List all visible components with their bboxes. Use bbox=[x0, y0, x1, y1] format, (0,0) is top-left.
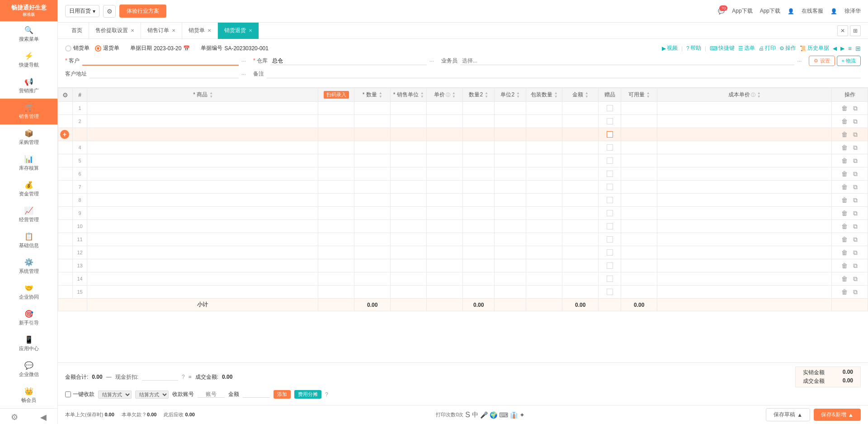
sidebar-item-inventory[interactable]: 📊 库存核算 bbox=[0, 150, 57, 176]
row-gift-cell[interactable] bbox=[599, 102, 621, 115]
breadcrumb-select[interactable]: 日用百货 ▾ bbox=[65, 5, 99, 17]
setting-button[interactable]: ⚙ 设置 bbox=[809, 56, 835, 66]
tab-sales-order[interactable]: 销售订单 ✕ bbox=[141, 23, 182, 39]
delete-row-btn[interactable]: 🗑 bbox=[840, 104, 849, 113]
tab-price-extract-close[interactable]: ✕ bbox=[131, 28, 134, 33]
tab-sales-order-close[interactable]: ✕ bbox=[172, 28, 175, 33]
sidebar-item-appcenter[interactable]: 📱 应用中心 bbox=[0, 331, 57, 357]
row-unit-price-cell[interactable] bbox=[427, 102, 463, 115]
sidebar-item-system[interactable]: ⚙️ 系统管理 bbox=[0, 253, 57, 279]
cost-price-info-icon[interactable]: ⓘ bbox=[751, 92, 755, 98]
video-btn[interactable]: ▶ 视频 bbox=[662, 44, 678, 52]
online-service-text[interactable]: 在线客服 bbox=[802, 7, 823, 15]
row-goods-cell[interactable] bbox=[87, 102, 318, 115]
address-input[interactable] bbox=[90, 70, 239, 78]
gift-checkbox[interactable] bbox=[607, 105, 613, 111]
row-cost-price-cell[interactable] bbox=[657, 102, 832, 115]
debt-help-icon[interactable]: ? bbox=[143, 412, 146, 417]
tool4-icon[interactable]: ⌨ bbox=[499, 411, 508, 419]
experience-btn[interactable]: 体验行业方案 bbox=[119, 5, 166, 18]
row-sales-unit-cell[interactable] bbox=[391, 102, 427, 115]
copy-row-btn[interactable]: ⧉ bbox=[851, 169, 860, 178]
gift-checkbox[interactable] bbox=[607, 144, 613, 151]
delete-row-btn[interactable]: 🗑 bbox=[840, 209, 849, 218]
sidebar-item-enterprise[interactable]: 🤝 企业协同 bbox=[0, 279, 57, 305]
gift-checkbox[interactable] bbox=[607, 157, 613, 164]
gift-checkbox[interactable] bbox=[607, 118, 613, 124]
sidebar-collapse-icon[interactable]: ◀ bbox=[40, 412, 47, 422]
gift-checkbox[interactable] bbox=[607, 210, 613, 216]
copy-row-btn[interactable]: ⧉ bbox=[851, 143, 860, 152]
copy-row-btn[interactable]: ⧉ bbox=[851, 261, 860, 270]
delete-row-btn[interactable]: 🗑 bbox=[840, 143, 849, 152]
row-available-cell[interactable] bbox=[621, 102, 657, 115]
sidebar-item-finance[interactable]: 💰 资金管理 bbox=[0, 176, 57, 202]
copy-row-btn[interactable]: ⧉ bbox=[851, 195, 860, 205]
copy-row-btn[interactable]: ⧉ bbox=[851, 130, 860, 139]
save-new-button[interactable]: 保存&新增 ▲ bbox=[814, 409, 861, 421]
row-amount-cell[interactable] bbox=[562, 102, 599, 115]
copy-row-btn[interactable]: ⧉ bbox=[851, 287, 860, 296]
sidebar-item-search[interactable]: 🔍 搜索菜单 bbox=[0, 21, 57, 47]
tool5-icon[interactable]: 👔 bbox=[510, 411, 518, 419]
delete-row-btn[interactable]: 🗑 bbox=[840, 274, 849, 283]
delete-row-btn[interactable]: 🗑 bbox=[840, 248, 849, 257]
save-draft-button[interactable]: 保存草稿 ▲ bbox=[766, 408, 810, 421]
cash-discount-input[interactable] bbox=[142, 374, 178, 381]
sidebar-item-marketing[interactable]: 📢 营销推广 bbox=[0, 73, 57, 99]
next-doc-btn[interactable]: ▶ bbox=[840, 45, 844, 52]
copy-row-btn[interactable]: ⧉ bbox=[851, 274, 860, 283]
tab-sales-return-close[interactable]: ✕ bbox=[249, 28, 252, 33]
col-goods-sort[interactable]: ▲▼ bbox=[209, 91, 213, 99]
copy-row-btn[interactable]: ⧉ bbox=[851, 222, 860, 231]
grid-view-btn[interactable]: ⊞ bbox=[855, 45, 861, 52]
sidebar-item-quicknav[interactable]: ⚡ 快捷导航 bbox=[0, 47, 57, 73]
col-unit2-sort[interactable]: ▲▼ bbox=[516, 91, 520, 99]
sidebar-item-purchase[interactable]: 📦 采购管理 bbox=[0, 124, 57, 150]
add-payment-button[interactable]: 添加 bbox=[274, 390, 291, 399]
copy-row-btn[interactable]: ⧉ bbox=[851, 156, 860, 165]
gift-checkbox[interactable] bbox=[607, 197, 613, 203]
delete-row-btn[interactable]: 🗑 bbox=[840, 156, 849, 165]
col-pack-qty-sort[interactable]: ▲▼ bbox=[554, 91, 558, 99]
prev-doc-btn[interactable]: ◀ bbox=[833, 45, 837, 52]
gift-checkbox[interactable] bbox=[607, 171, 613, 177]
row-pack-qty-cell[interactable] bbox=[526, 102, 562, 115]
cash-discount-help-icon[interactable]: ? bbox=[182, 374, 185, 380]
row-qty2-cell[interactable] bbox=[463, 102, 495, 115]
col-settings[interactable]: ⚙ bbox=[58, 88, 73, 102]
delete-row-btn[interactable]: 🗑 bbox=[840, 222, 849, 231]
tab-sales-return[interactable]: 销货退货 ✕ bbox=[218, 23, 259, 39]
tool6-icon[interactable]: ✦ bbox=[519, 411, 525, 419]
col-settings-icon[interactable]: ⚙ bbox=[62, 91, 68, 99]
one-key-collect-label[interactable]: 一键收款 bbox=[65, 391, 94, 398]
delete-row-btn[interactable]: 🗑 bbox=[840, 287, 849, 296]
calendar-icon[interactable]: 📅 bbox=[183, 45, 190, 52]
gift-checkbox[interactable] bbox=[607, 131, 613, 138]
tool2-icon[interactable]: 🎤 bbox=[480, 411, 488, 419]
delete-row-btn[interactable]: 🗑 bbox=[840, 261, 849, 270]
delete-row-btn[interactable]: 🗑 bbox=[840, 117, 849, 126]
delete-row-btn[interactable]: 🗑 bbox=[840, 182, 849, 191]
print-btn[interactable]: 🖨 打印 bbox=[759, 44, 776, 52]
col-qty2-sort[interactable]: ▲▼ bbox=[485, 91, 488, 99]
one-key-collect-checkbox[interactable] bbox=[65, 391, 71, 397]
warehouse-input[interactable] bbox=[270, 57, 427, 65]
salesperson-input[interactable] bbox=[460, 57, 794, 65]
operate-btn[interactable]: ⚙ 操作 bbox=[779, 44, 796, 52]
delete-row-btn[interactable]: 🗑 bbox=[840, 195, 849, 205]
col-qty-sort[interactable]: ▲▼ bbox=[379, 91, 382, 99]
tab-price-extract[interactable]: 售价提取设置 ✕ bbox=[89, 23, 141, 39]
customer-input[interactable] bbox=[82, 57, 239, 66]
col-cost-price-sort[interactable]: ▲▼ bbox=[757, 91, 761, 99]
copy-row-btn[interactable]: ⧉ bbox=[851, 209, 860, 218]
sidebar-item-wecom[interactable]: 💬 企业微信 bbox=[0, 357, 57, 382]
warehouse-ellipsis[interactable]: ··· bbox=[429, 58, 434, 64]
add-row-button[interactable]: + bbox=[60, 130, 69, 139]
gift-checkbox[interactable] bbox=[607, 223, 613, 229]
col-amount-sort[interactable]: ▲▼ bbox=[585, 91, 589, 99]
col-barcode[interactable]: 扫码录入 bbox=[318, 88, 354, 102]
tab-home[interactable]: 首页 bbox=[65, 23, 89, 39]
tab-sales-bill[interactable]: 销货单 ✕ bbox=[182, 23, 218, 39]
customer-ellipsis[interactable]: ··· bbox=[241, 58, 246, 64]
